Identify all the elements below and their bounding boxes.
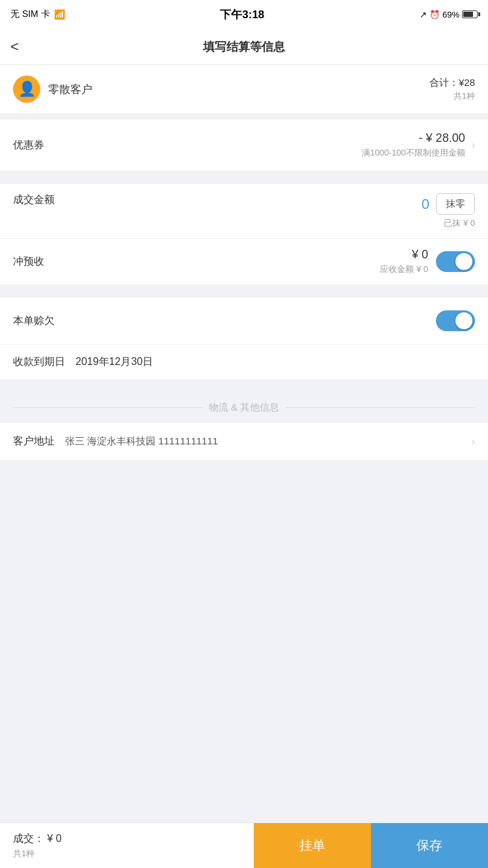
deal-input-area: 0 抹零 [422, 193, 475, 215]
address-chevron-icon: › [472, 436, 475, 448]
credit-label: 本单赊欠 [13, 314, 55, 328]
section-divider-1 [0, 178, 488, 184]
chevron-right-icon: › [472, 139, 475, 151]
address-value: 张三 海淀永丰科技园 11111111111 [65, 435, 472, 448]
customer-total: 合计：¥28 共1种 [429, 77, 475, 102]
bottom-deal-value: ¥ 0 [47, 833, 61, 844]
deal-row: 成交金额 0 抹零 已抹 ¥ 0 [0, 184, 488, 239]
credit-section: 本单赊欠 收款到期日 2019年12月30日 [0, 297, 488, 379]
bottom-count: 共1种 [13, 848, 241, 860]
pending-button[interactable]: 挂单 [254, 823, 371, 868]
section-divider-3 [0, 386, 488, 392]
deal-value[interactable]: 0 [422, 196, 429, 213]
save-button[interactable]: 保存 [371, 823, 488, 868]
prepay-label: 冲预收 [13, 255, 44, 269]
prepay-sub: 应收金额 ¥ 0 [380, 264, 428, 275]
wifi-icon: 📶 [54, 9, 65, 20]
status-bar: 无 SIM 卡 📶 下午3:18 ↗ ⏰ 69% [0, 0, 488, 29]
coupon-desc: 满1000-100不限制使用金额 [362, 147, 465, 159]
avatar: 👤 [13, 75, 40, 103]
logistics-title: 物流 & 其他信息 [209, 401, 279, 414]
prepay-right: ¥ 0 应收金额 ¥ 0 [380, 248, 475, 275]
prepay-info: ¥ 0 应收金额 ¥ 0 [380, 248, 428, 275]
coupon-value: - ¥ 28.00 满1000-100不限制使用金额 [362, 131, 465, 159]
deal-right: 0 抹零 已抹 ¥ 0 [422, 193, 475, 229]
coupon-right: - ¥ 28.00 满1000-100不限制使用金额 › [362, 131, 475, 159]
total-label: 合计：¥28 [429, 77, 475, 89]
prepay-toggle[interactable] [436, 251, 475, 272]
customer-section: 👤 零散客户 合计：¥28 共1种 [0, 65, 488, 113]
round-down-button[interactable]: 抹零 [436, 193, 475, 215]
prepay-row: 冲预收 ¥ 0 应收金额 ¥ 0 [0, 239, 488, 284]
prepay-amount: ¥ 0 [380, 248, 428, 262]
status-right: ↗ ⏰ 69% [420, 10, 478, 20]
battery-percent: 69% [442, 10, 459, 20]
credit-toggle[interactable] [436, 310, 475, 331]
coupon-row[interactable]: 优惠券 - ¥ 28.00 满1000-100不限制使用金额 › [0, 120, 488, 171]
page-title: 填写结算等信息 [203, 39, 285, 55]
deal-label: 成交金额 [13, 193, 55, 207]
coupon-amount: - ¥ 28.00 [362, 131, 465, 145]
no-sim-text: 无 SIM 卡 [10, 8, 50, 20]
customer-name: 零散客户 [48, 82, 92, 97]
address-row[interactable]: 客户地址 张三 海淀永丰科技园 11111111111 › [0, 423, 488, 460]
bottom-spacer [0, 467, 488, 519]
coupon-label: 优惠券 [13, 139, 44, 152]
battery-icon [462, 10, 478, 18]
logistics-section: 物流 & 其他信息 [0, 392, 488, 423]
deal-sub: 已抹 ¥ 0 [444, 217, 475, 229]
address-label: 客户地址 [13, 435, 55, 448]
status-left: 无 SIM 卡 📶 [10, 8, 65, 20]
bottom-deal: 成交： ¥ 0 [13, 832, 241, 846]
due-date-row[interactable]: 收款到期日 2019年12月30日 [0, 344, 488, 379]
deal-section: 成交金额 0 抹零 已抹 ¥ 0 冲预收 ¥ 0 应收金额 ¥ 0 [0, 184, 488, 284]
customer-info: 👤 零散客户 [13, 75, 92, 103]
nav-bar: < 填写结算等信息 [0, 29, 488, 65]
bottom-deal-label: 成交： [13, 833, 44, 844]
status-time: 下午3:18 [220, 7, 264, 22]
alarm-icon: ⏰ [429, 10, 440, 20]
customer-row[interactable]: 👤 零散客户 合计：¥28 共1种 [0, 65, 488, 113]
total-count: 共1种 [429, 90, 475, 102]
back-button[interactable]: < [10, 38, 19, 55]
address-section: 客户地址 张三 海淀永丰科技园 11111111111 › [0, 423, 488, 460]
credit-row: 本单赊欠 [0, 297, 488, 344]
section-divider-2 [0, 291, 488, 297]
due-date-value: 2019年12月30日 [75, 355, 153, 369]
logistics-header: 物流 & 其他信息 [0, 392, 488, 423]
coupon-section: 优惠券 - ¥ 28.00 满1000-100不限制使用金额 › [0, 120, 488, 171]
due-label: 收款到期日 [13, 355, 65, 369]
avatar-icon: 👤 [18, 81, 36, 98]
location-icon: ↗ [420, 10, 427, 20]
bottom-bar: 成交： ¥ 0 共1种 挂单 保存 [0, 822, 488, 868]
bottom-summary: 成交： ¥ 0 共1种 [0, 832, 254, 860]
